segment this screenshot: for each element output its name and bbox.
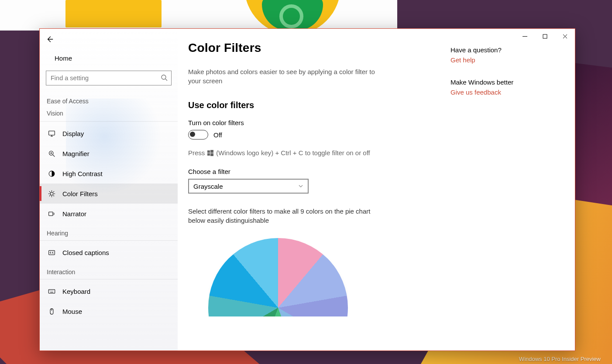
nav-group-hearing: Hearing — [40, 225, 178, 241]
hint-suffix: (Windows logo key) + Ctrl + C to toggle … — [216, 149, 370, 156]
close-icon — [563, 34, 567, 39]
help-sidebar: Have a question? Get help Make Windows b… — [450, 41, 562, 350]
page-title: Color Filters — [188, 41, 433, 55]
contrast-icon — [48, 170, 55, 177]
svg-rect-0 — [543, 34, 547, 38]
search-input[interactable] — [46, 71, 172, 85]
toggle-state-text: Off — [213, 131, 222, 139]
sidebar-item-high-contrast[interactable]: High Contrast — [40, 163, 178, 184]
sidebar-item-mouse[interactable]: Mouse — [40, 301, 178, 321]
sidebar-item-magnifier[interactable]: Magnifier — [40, 143, 178, 163]
section-heading: Use color filters — [188, 100, 433, 110]
sidebar-item-label: Keyboard — [62, 288, 90, 295]
help-heading: Have a question? — [450, 46, 562, 54]
sidebar-item-narrator[interactable]: Narrator — [40, 204, 178, 224]
svg-rect-11 — [210, 150, 213, 153]
sidebar-item-label: Narrator — [62, 210, 86, 218]
settings-window: Home Ease of Access VisionDisplayMagnifi… — [39, 28, 575, 351]
mouse-icon — [48, 307, 55, 315]
home-button[interactable]: Home — [40, 47, 178, 69]
settings-content: Color Filters Make photos and colors eas… — [178, 29, 575, 350]
sidebar-item-label: Display — [62, 130, 84, 137]
svg-rect-6 — [48, 212, 52, 216]
get-help-link[interactable]: Get help — [450, 56, 475, 64]
svg-point-5 — [50, 192, 53, 195]
color-filters-toggle[interactable] — [188, 130, 208, 139]
search-icon — [161, 74, 168, 83]
svg-rect-13 — [210, 153, 213, 156]
give-feedback-link[interactable]: Give us feedback — [450, 88, 501, 96]
back-icon — [46, 35, 54, 43]
cc-icon — [48, 248, 55, 256]
sidebar-item-label: Mouse — [62, 308, 82, 315]
nav-group-vision: Vision — [40, 107, 178, 122]
zoom-icon — [48, 150, 55, 157]
close-button[interactable] — [555, 29, 575, 44]
sidebar-item-label: Color Filters — [62, 190, 98, 197]
window-titlebar — [515, 29, 575, 44]
maximize-button[interactable] — [535, 29, 555, 44]
narrator-icon — [48, 210, 55, 218]
background-window — [0, 0, 397, 31]
search-box — [46, 71, 172, 85]
sidebar-item-display[interactable]: Display — [40, 123, 178, 143]
maximize-icon — [543, 34, 547, 39]
svg-rect-7 — [48, 250, 55, 255]
windows-logo-icon — [207, 150, 213, 156]
settings-sidebar: Home Ease of Access VisionDisplayMagnifi… — [40, 29, 178, 350]
svg-rect-10 — [207, 150, 210, 153]
chevron-down-icon — [298, 183, 303, 190]
choose-filter-label: Choose a filter — [188, 168, 433, 175]
desktop-watermark: Windows 10 Pro Insider Preview — [519, 356, 601, 362]
category-label: Ease of Access — [40, 92, 178, 107]
svg-rect-12 — [207, 153, 210, 156]
feedback-heading: Make Windows better — [450, 78, 562, 86]
svg-point-1 — [162, 75, 166, 79]
sidebar-item-label: Magnifier — [62, 150, 89, 157]
pie-instruction: Select different color filters to make a… — [188, 207, 380, 225]
filter-dropdown[interactable]: Grayscale — [188, 179, 309, 194]
color-pie-chart — [208, 238, 348, 316]
minimize-button[interactable] — [515, 29, 535, 44]
sidebar-item-keyboard[interactable]: Keyboard — [40, 281, 178, 301]
brightness-icon — [48, 190, 55, 197]
sidebar-item-label: Closed captions — [62, 249, 109, 256]
nav-group-interaction: Interaction — [40, 264, 178, 279]
filter-selected-value: Grayscale — [193, 183, 223, 190]
sidebar-item-color-filters[interactable]: Color Filters — [40, 184, 178, 204]
back-button[interactable] — [40, 31, 60, 47]
sidebar-item-label: High Contrast — [62, 170, 103, 177]
shortcut-hint: Press (Windows logo key) + Ctrl + C to t… — [188, 149, 433, 156]
page-description: Make photos and colors easier to see by … — [188, 67, 380, 85]
home-label: Home — [55, 54, 72, 62]
svg-rect-8 — [48, 289, 55, 293]
monitor-icon — [48, 129, 55, 137]
keyboard-icon — [48, 287, 55, 295]
toggle-label: Turn on color filters — [188, 119, 433, 126]
svg-rect-2 — [48, 131, 55, 135]
hint-prefix: Press — [188, 149, 205, 156]
minimize-icon — [523, 34, 527, 39]
background-illustration-shelf — [65, 0, 162, 27]
sidebar-item-closed-captions[interactable]: Closed captions — [40, 242, 178, 262]
